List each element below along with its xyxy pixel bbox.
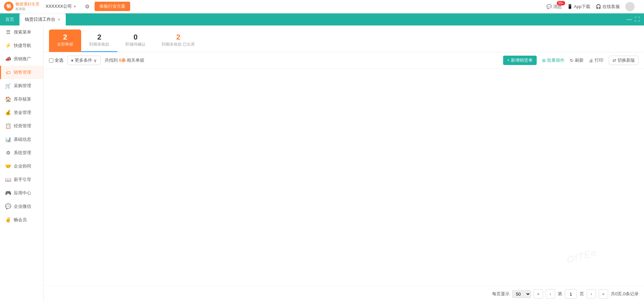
stat-tab-pending[interactable]: 0 旺铺待确认 [117, 29, 154, 52]
stat-all-label: 全部单据 [57, 42, 73, 47]
page-label-end: 页 [580, 291, 584, 297]
stats-tabs: 2 全部单据 2 到期未收款 0 旺铺待确认 2 到期未收款 已出库 [44, 25, 644, 52]
minimize-icon[interactable]: — [627, 16, 632, 22]
basic-icon: 📊 [5, 136, 11, 142]
sidebar-item-operation[interactable]: 📋 经营管理 [0, 119, 43, 133]
print-icon: 🖨 [589, 58, 593, 63]
tab-actions: — ⛶ [623, 13, 644, 25]
tab-work-station-label: 钱货日清工作台 [25, 16, 55, 22]
last-page-button[interactable]: » [599, 289, 608, 299]
found-text: 共找到 0条 相关单据 [105, 57, 144, 63]
batch-button[interactable]: ⊞ 批量操作 [542, 57, 565, 63]
select-all-checkbox[interactable] [49, 58, 53, 63]
refresh-button[interactable]: ↻ 刷新 [570, 57, 584, 63]
found-suffix: 相关单据 [127, 58, 144, 63]
tab-home-label: 首页 [5, 16, 14, 22]
company-selector[interactable]: XXXXXX公司 ▼ [42, 2, 80, 11]
page-label: 第 [558, 291, 562, 297]
total-text: 共0页,0条记录 [611, 291, 639, 297]
settings-button[interactable]: ⚙ [83, 2, 92, 11]
batch-icon: ⊞ [542, 58, 546, 63]
sidebar-item-inventory[interactable]: 🏠 库存核算 [0, 93, 43, 106]
filter-label: 更多条件 [75, 57, 92, 63]
stat-tab-all[interactable]: 2 全部单据 [49, 29, 81, 52]
sidebar-item-purchase[interactable]: 🛒 采购管理 [0, 79, 43, 93]
switch-version-button[interactable]: ⇄ 切换新版 [609, 56, 639, 65]
search-menu-icon: ☰ [5, 29, 11, 35]
select-all-label: 全选 [55, 57, 63, 63]
switch-label: 切换新版 [618, 57, 635, 63]
avatar[interactable] [625, 2, 635, 11]
online-service-icon: 🎧 [596, 4, 601, 9]
sidebar-item-marketing[interactable]: 📣 营销推广 [0, 52, 43, 66]
sidebar-item-system[interactable]: ⚙ 系统管理 [0, 146, 43, 160]
sidebar-item-finance[interactable]: 💰 资金管理 [0, 106, 43, 119]
stat-pending-label: 旺铺待确认 [125, 42, 146, 47]
sidebar-item-inventory-label: 库存核算 [14, 96, 31, 102]
appstore-icon: 🎮 [5, 190, 11, 196]
quicknav-icon: ⚡ [5, 43, 11, 49]
sidebar-item-quicknav[interactable]: ⚡ 快捷导航 [0, 39, 43, 52]
maximize-icon[interactable]: ⛶ [635, 16, 640, 22]
first-page-button[interactable]: « [534, 289, 543, 299]
refresh-icon: ↻ [570, 58, 574, 63]
main-layout: ☰ 搜索菜单 ⚡ 快捷导航 📣 营销推广 🏷 销售管理 🛒 采购管理 🏠 库存核… [0, 25, 644, 302]
app-download-label: App下载 [574, 4, 590, 10]
sidebar-item-search-label: 搜索菜单 [14, 29, 31, 35]
sidebar-item-guide[interactable]: 📖 新手引导 [0, 173, 43, 186]
message-button[interactable]: 💬 消息 99+ [546, 4, 562, 10]
inventory-icon: 🏠 [5, 96, 11, 102]
message-icon: 💬 [546, 4, 552, 9]
pagination-bar: 每页显示 50 20 100 « ‹ 第 页 › » 共0页,0条记录 [44, 286, 644, 302]
prev-page-button[interactable]: ‹ [546, 289, 555, 299]
sidebar-item-enterprise[interactable]: 🤝 企业协同 [0, 160, 43, 173]
online-service-button[interactable]: 🎧 在线客服 [596, 4, 620, 10]
header-left: 畅 畅捷通好生意 标准版 XXXXXX公司 ▼ ⚙ 体验行业方案 [4, 2, 130, 11]
app-download-button[interactable]: 📱 App下载 [567, 4, 590, 10]
tab-close-icon[interactable]: ✕ [57, 17, 60, 22]
batch-label: 批量操作 [547, 57, 565, 63]
stat-overdue-label: 到期未收款 [89, 42, 109, 47]
tab-home[interactable]: 首页 [0, 13, 19, 25]
logo-text: 畅捷通好生意 [15, 2, 40, 6]
stat-shipped-number: 2 [162, 33, 195, 42]
content-area: 2 全部单据 2 到期未收款 0 旺铺待确认 2 到期未收款 已出库 全选 [44, 25, 644, 302]
next-page-button[interactable]: › [587, 289, 596, 299]
sidebar-item-system-label: 系统管理 [14, 150, 31, 156]
stat-tab-overdue[interactable]: 2 到期未收款 [81, 29, 117, 52]
page-input[interactable] [565, 289, 577, 299]
filter-icon: ▾ [71, 58, 73, 63]
sidebar-item-basic-label: 基础信息 [14, 136, 31, 142]
stat-pending-number: 0 [125, 33, 146, 42]
message-badge: 99+ [557, 1, 565, 5]
toolbar-right: + 新增销货单 ⊞ 批量操作 ↻ 刷新 🖨 打印 ⇄ 切换新版 [503, 56, 639, 65]
per-page-select[interactable]: 50 20 100 [512, 290, 531, 298]
per-page-label: 每页显示 [492, 291, 509, 297]
sidebar-item-appstore[interactable]: 🎮 应用中心 [0, 186, 43, 200]
online-service-label: 在线客服 [602, 4, 620, 10]
sidebar-item-search[interactable]: ☰ 搜索菜单 [0, 25, 43, 39]
stat-tab-shipped[interactable]: 2 到期未收款 已出库 [154, 29, 203, 52]
found-count: 0条 [119, 58, 126, 63]
sidebar-item-finance-label: 资金管理 [14, 110, 31, 116]
sidebar-item-sales[interactable]: 🏷 销售管理 [0, 66, 43, 79]
filter-button[interactable]: ▾ 更多条件 ∨ [67, 56, 101, 65]
sidebar-item-basic[interactable]: 📊 基础信息 [0, 133, 43, 146]
logo-icon: 畅 [4, 2, 13, 11]
logo-sub: 标准版 [15, 7, 40, 11]
tab-work-station[interactable]: 钱货日清工作台 ✕ [19, 13, 66, 25]
print-button[interactable]: 🖨 打印 [589, 57, 603, 63]
select-all-checkbox-label[interactable]: 全选 [49, 57, 63, 63]
switch-icon: ⇄ [612, 58, 616, 63]
guide-icon: 📖 [5, 177, 11, 183]
add-sale-button[interactable]: + 新增销货单 [503, 56, 537, 65]
stat-overdue-number: 2 [89, 33, 109, 42]
logo-area: 畅 畅捷通好生意 标准版 [4, 2, 40, 11]
sidebar-item-appstore-label: 应用中心 [14, 190, 31, 196]
nav-tabs: 首页 钱货日清工作台 ✕ — ⛶ [0, 13, 644, 25]
sidebar-item-wechat[interactable]: 💬 企业微信 [0, 200, 43, 213]
experience-button[interactable]: 体验行业方案 [95, 2, 130, 11]
sidebar-item-enterprise-label: 企业协同 [14, 163, 31, 169]
stat-shipped-label: 到期未收款 已出库 [162, 42, 195, 47]
sidebar-item-member[interactable]: ✌ 畅会员 [0, 213, 43, 227]
